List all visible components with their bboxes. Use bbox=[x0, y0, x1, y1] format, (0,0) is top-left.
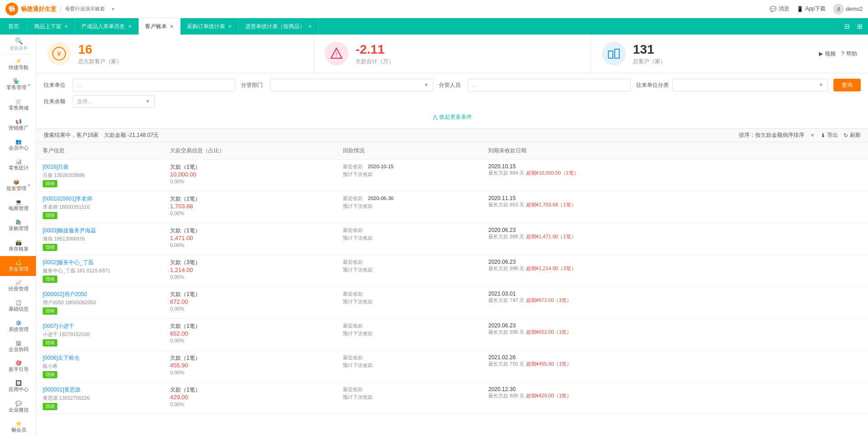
source-unit-input[interactable]: ... bbox=[73, 79, 236, 91]
balance-select[interactable]: 选择... ▼ bbox=[73, 95, 155, 108]
unit-type-chevron-icon: ▼ bbox=[818, 82, 824, 88]
sidebar-item-inventory[interactable]: 🗃️ 库存核算 bbox=[0, 236, 36, 256]
sidebar-item-retail-mgmt[interactable]: 🏪 零售管理 ▲ bbox=[0, 75, 36, 95]
debt-amount[interactable]: 455.90 bbox=[170, 362, 330, 369]
customer-name-link[interactable]: [0001020001]李老师 bbox=[43, 195, 157, 203]
user-avatar[interactable]: d demo2 bbox=[833, 4, 863, 15]
debt-amount[interactable]: 1,471.00 bbox=[170, 235, 330, 241]
customer-name-link[interactable]: [0006]去下粮仓 bbox=[43, 354, 157, 362]
debt-desc: 欠款（1笔） bbox=[170, 291, 330, 298]
tab-close-purchase[interactable]: ✕ bbox=[228, 24, 232, 30]
window-expand-btn[interactable]: ⊞ bbox=[855, 22, 864, 31]
sidebar-item-marketing[interactable]: 📢 营销推广 bbox=[0, 115, 36, 135]
svg-rect-4 bbox=[608, 51, 613, 58]
sidebar-item-retail-stats[interactable]: 📊 零售统计 bbox=[0, 155, 36, 175]
sidebar-item-batch-mgmt[interactable]: 📦 批发管理 ▼ bbox=[0, 176, 36, 196]
sidebar-item-wechat[interactable]: 💬 企业微信 bbox=[0, 397, 36, 417]
help-btn[interactable]: ? 帮助 bbox=[841, 50, 857, 58]
debt-amount[interactable]: 1,214.00 bbox=[170, 266, 330, 273]
overdue-amount-link[interactable]: 超期¥672.00（1笔） bbox=[526, 297, 572, 303]
play-icon: ▶ bbox=[819, 50, 823, 57]
customer-badge: 现销 bbox=[43, 244, 57, 251]
tab-products[interactable]: 商品上下架 ✕ bbox=[28, 18, 75, 35]
sidebar-item-member[interactable]: 👥 会员中心 bbox=[0, 135, 36, 155]
customer-name-link[interactable]: [0016]吕俊 bbox=[43, 163, 157, 171]
overdue-amount-link[interactable]: 超期¥1,471.00（1笔） bbox=[526, 234, 576, 239]
customer-name-link[interactable]: [0007]小进千 bbox=[43, 322, 157, 330]
member-vip-icon: ⭐ bbox=[15, 421, 22, 427]
overdue-amount-link[interactable]: 超期¥10,000.00（1笔） bbox=[526, 170, 579, 176]
enterprise-icon: 🏢 bbox=[15, 340, 22, 346]
sidebar-item-system-mgmt[interactable]: ⚙️ 系统管理 bbox=[0, 316, 36, 336]
customer-name-link[interactable]: [0003]畅捷服务尹海蕊 bbox=[43, 227, 157, 235]
sidebar-item-newbie[interactable]: 🎯 新手引导 bbox=[0, 357, 36, 377]
customer-badge: 现销 bbox=[43, 371, 57, 378]
sidebar-item-basic-info[interactable]: 📋 基础信息 bbox=[0, 296, 36, 316]
customer-badge: 现销 bbox=[43, 339, 57, 347]
dept-select[interactable]: ▼ bbox=[270, 79, 433, 91]
tab-customer[interactable]: 客户账本 ✕ bbox=[139, 18, 181, 35]
apps-icon: 🔲 bbox=[15, 380, 22, 386]
table-row: [0007]小进千 小进千 18279152100 现销 欠款（1笔） 652.… bbox=[36, 319, 868, 351]
debt-amount[interactable]: 652.00 bbox=[170, 330, 330, 337]
message-btn[interactable]: 💬 消息 bbox=[770, 5, 789, 13]
tab-inbound[interactable]: 进货单统计表（按商品） ✕ bbox=[239, 18, 319, 35]
overdue-amount-link[interactable]: 超期¥1,703.68（1笔） bbox=[526, 202, 576, 207]
latest-repayment: 最近收款 bbox=[343, 227, 476, 234]
sidebar-item-ecom-mgmt[interactable]: 💻 电商管理 bbox=[0, 196, 36, 216]
content-area: ¥ 16 总欠款客户（家） ! -2.11 欠款合计（万） bbox=[36, 35, 868, 437]
sidebar-item-quick-nav[interactable]: ⚡ 快捷导航 bbox=[0, 55, 36, 75]
sidebar-item-ops-mgmt[interactable]: 📈 经营管理 bbox=[0, 276, 36, 296]
debt-amount[interactable]: 1,703.68 bbox=[170, 203, 330, 210]
debt-amount[interactable]: 672.00 bbox=[170, 298, 330, 305]
tab-close-stock[interactable]: ✕ bbox=[128, 24, 132, 30]
sidebar-item-purchase-mgmt[interactable]: 🛍️ 采购管理 bbox=[0, 216, 36, 236]
tab-close-inbound[interactable]: ✕ bbox=[308, 24, 312, 30]
sidebar-item-enterprise[interactable]: 🏢 企业协同 bbox=[0, 337, 36, 357]
app-download-btn[interactable]: 📱 App下载 bbox=[797, 5, 826, 13]
window-restore-btn[interactable]: ⊟ bbox=[843, 22, 852, 31]
refresh-icon: ↻ bbox=[843, 132, 848, 139]
overdue-amount-link[interactable]: 超期¥1,214.00（3笔） bbox=[526, 266, 576, 271]
due-date-cell: 2020.06.23 最长欠款 998 天 超期¥1,471.00（1笔） bbox=[482, 223, 868, 255]
debt-info-cell: 欠款（1笔） 455.90 0.00% bbox=[164, 351, 336, 382]
debt-amount[interactable]: 429.00 bbox=[170, 394, 330, 401]
tab-close-customer[interactable]: ✕ bbox=[170, 24, 174, 30]
overdue-amount-link[interactable]: 超期¥455.90（1笔） bbox=[526, 361, 572, 367]
member-icon: 👥 bbox=[15, 139, 22, 145]
tab-home[interactable]: 首页 bbox=[0, 18, 28, 35]
next-repayment: 预计下次收款 bbox=[343, 171, 476, 178]
overdue-amount-link[interactable]: 超期¥652.00（1笔） bbox=[526, 329, 572, 335]
due-date: 2020.06.23 bbox=[488, 322, 862, 329]
tab-purchase[interactable]: 采购订单统计表 ✕ bbox=[181, 18, 239, 35]
balance-chevron-icon: ▼ bbox=[145, 98, 151, 105]
collapse-btn[interactable]: ⋀ 收起更多条件 bbox=[44, 111, 861, 123]
customer-name-link[interactable]: [000001]黄思源 bbox=[43, 386, 157, 394]
brand-subtitle: 母婴行业演示账套 bbox=[65, 5, 105, 12]
purchase-mgmt-icon: 🛍️ bbox=[15, 219, 22, 225]
tabs-bar-right: ⊟ ⊞ bbox=[843, 22, 868, 31]
customer-name-link[interactable]: [000002]用户2050 bbox=[43, 291, 157, 298]
search-btn[interactable]: 查询 bbox=[833, 79, 861, 91]
sidebar-item-apps[interactable]: 🔲 应用中心 bbox=[0, 377, 36, 397]
overdue-amount-link[interactable]: 超期¥429.00（1笔） bbox=[526, 393, 572, 398]
debt-amount[interactable]: 10,000.00 bbox=[170, 171, 330, 178]
sidebar-item-member-vip[interactable]: ⭐ 畅会员 bbox=[0, 417, 36, 437]
view-video-btn[interactable]: ▶ 视频 bbox=[819, 50, 836, 58]
debt-pct: 0.00% bbox=[170, 179, 330, 184]
tab-close-products[interactable]: ✕ bbox=[64, 24, 68, 30]
unit-type-select[interactable]: ▼ bbox=[672, 79, 828, 91]
sidebar-item-finance[interactable]: 💰 资金管理 bbox=[0, 256, 36, 276]
latest-repayment: 最近收款 bbox=[343, 386, 476, 393]
latest-repayment: 最近收款 bbox=[343, 322, 476, 329]
customer-badge: 现销 bbox=[43, 307, 57, 315]
tab-stock[interactable]: 产成品入库单历史 ✕ bbox=[75, 18, 139, 35]
person-input[interactable]: ... bbox=[468, 79, 631, 91]
refresh-btn[interactable]: ↻ 刷新 bbox=[843, 131, 861, 139]
sidebar-item-retail-mall[interactable]: 🛒 零售商城 bbox=[0, 95, 36, 115]
export-btn[interactable]: ⬇ 导出 bbox=[821, 131, 838, 139]
sidebar-item-search[interactable]: 🔍 搜索菜单 bbox=[0, 35, 36, 55]
stat-card-actions: ▶ 视频 ? 帮助 bbox=[819, 50, 857, 58]
repayment-cell: 最近收款 预计下次收款 bbox=[336, 351, 482, 382]
customer-name-link[interactable]: [0002]服务中心_丁磊 bbox=[43, 259, 157, 266]
